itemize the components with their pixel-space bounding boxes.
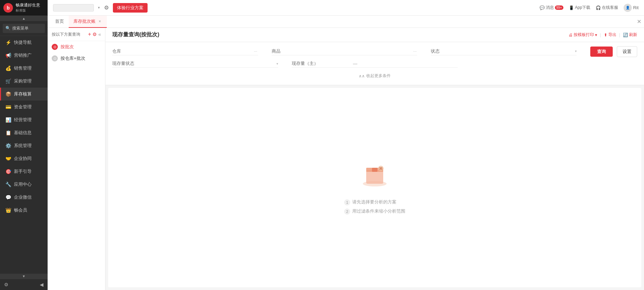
print-icon: 🖨: [569, 33, 573, 37]
online-service-btn[interactable]: 🎧 在线客服: [596, 5, 618, 11]
search-icon: 🔍: [5, 26, 11, 31]
close-tab-right-btn[interactable]: ✕: [637, 18, 641, 25]
collapse-filter-btn[interactable]: ∧∧ 收起更多条件: [112, 71, 637, 81]
marketing-icon: 📢: [5, 53, 11, 58]
tab-home-label: 首页: [55, 18, 64, 24]
stock-qty-to-input[interactable]: [362, 61, 389, 66]
sidebar-header: b 畅康通好生意 标准版: [0, 0, 48, 16]
sidebar-item-label: 应用中心: [14, 181, 32, 187]
sidebar-item-marketing[interactable]: 📢 营销推广: [0, 49, 48, 62]
page-title: 现存量查询(按批次): [112, 31, 159, 38]
left-panel-title: 按以下方案查询: [52, 32, 80, 37]
user-area[interactable]: 👤 Rit: [624, 4, 639, 12]
sidebar-item-label: 企业协同: [14, 156, 32, 162]
stock-qty-filter: 现存量（主） —: [292, 60, 458, 68]
scroll-down-btn[interactable]: ▼: [0, 274, 48, 279]
sidebar-item-enterprise[interactable]: 🤝 企业协同: [0, 152, 48, 165]
stock-qty-from-input[interactable]: [321, 61, 348, 66]
wechat-icon: 💬: [5, 195, 11, 200]
sidebar-item-wechat[interactable]: 💬 企业微信: [0, 191, 48, 204]
phone-icon: 📱: [569, 5, 574, 10]
empty-illustration: [358, 158, 392, 192]
left-panel-collapse-btn[interactable]: «: [98, 31, 101, 37]
scheme-item-label: 按仓库+批次: [61, 55, 85, 61]
print-btn[interactable]: 🖨 按模板打印 ▾: [569, 32, 597, 38]
scheme-list: ⊙ 按批次 ⊙ 按仓库+批次: [48, 41, 105, 290]
sidebar-item-purchase[interactable]: 🛒 采购管理: [0, 75, 48, 88]
left-panel-btns: + ⚙ «: [88, 31, 101, 37]
action-separator-2: |: [619, 32, 620, 37]
sidebar-item-label: 经营管理: [14, 117, 32, 123]
empty-tip-2: 2 用过滤条件来缩小分析范围: [344, 208, 405, 215]
sidebar-item-label: 新手引导: [14, 168, 32, 175]
messages-btn[interactable]: 💬 消息 99+: [540, 5, 563, 11]
stock-status-input[interactable]: [137, 61, 274, 66]
stock-status-filter: 现存量状态 ▾: [112, 60, 278, 68]
product-more-btn[interactable]: ···: [412, 49, 417, 54]
sidebar-item-basics[interactable]: 📋 基础信息: [0, 126, 48, 139]
scheme-icon-inactive: ⊙: [52, 55, 58, 61]
search-menu-btn[interactable]: 🔍 搜索菜单: [3, 24, 45, 33]
page-header-actions: 🖨 按模板打印 ▾ | ⬆ 导出 | 🔄 刷新: [569, 32, 637, 38]
warehouse-input[interactable]: [125, 49, 251, 54]
tip-number-1: 1: [344, 199, 350, 205]
app-download-btn[interactable]: 📱 App下载: [569, 5, 590, 11]
app-version: 标准版: [16, 8, 40, 13]
empty-tip-1: 1 请先选择要分析的方案: [344, 199, 405, 205]
user-name: Rit: [633, 5, 639, 10]
newbie-icon: 🎯: [5, 169, 11, 174]
topbar-right: 💬 消息 99+ 📱 App下载 🎧 在线客服 👤 Rit: [540, 4, 639, 12]
export-icon: ⬆: [604, 33, 607, 37]
sidebar-item-label: 快捷导航: [14, 39, 32, 46]
status-dropdown-arrow[interactable]: ▾: [575, 49, 577, 53]
export-btn[interactable]: ⬆ 导出: [604, 32, 616, 38]
sidebar-item-quick-nav[interactable]: ⚡ 快捷导航: [0, 36, 48, 49]
stock-qty-dash: —: [351, 61, 359, 66]
tab-close-btn[interactable]: ×: [98, 19, 102, 24]
warehouse-more-btn[interactable]: ···: [253, 49, 258, 54]
member-icon: 👑: [5, 207, 11, 213]
filter-row-1: 仓库 ··· 商品 ··· 状态 ▾: [112, 46, 637, 57]
tip-text-1: 请先选择要分析的方案: [352, 199, 396, 205]
sidebar-item-inventory[interactable]: 📦 库存核算: [0, 88, 48, 101]
scheme-item-by-batch[interactable]: ⊙ 按批次: [48, 41, 105, 53]
experience-btn[interactable]: 体验行业方案: [113, 3, 148, 13]
product-input[interactable]: [285, 49, 410, 54]
sidebar-item-finance[interactable]: 💳 资金管理: [0, 101, 48, 113]
breadcrumb-input[interactable]: [53, 4, 94, 12]
left-panel-header: 按以下方案查询 + ⚙ «: [48, 28, 105, 41]
right-area: 现存量查询(按批次) 🖨 按模板打印 ▾ | ⬆ 导出 | 🔄: [105, 28, 644, 290]
sidebar-item-system[interactable]: ⚙️ 系统管理: [0, 139, 48, 152]
query-btn[interactable]: 查询: [590, 47, 613, 57]
main-area: ▾ ⚙ 体验行业方案 💬 消息 99+ 📱 App下载 🎧 在线客服 👤 Rit: [48, 0, 644, 290]
sidebar-item-sales[interactable]: 💰 销售管理: [0, 62, 48, 75]
tab-home[interactable]: 首页: [50, 16, 69, 28]
sidebar-item-label: 畅会员: [14, 207, 27, 213]
sidebar-item-appstore[interactable]: 🔧 应用中心: [0, 178, 48, 191]
sidebar-item-label: 销售管理: [14, 65, 32, 71]
refresh-btn[interactable]: 🔄 刷新: [623, 32, 637, 38]
tab-inventory-batch[interactable]: 库存批次账 ×: [69, 16, 107, 28]
add-scheme-btn[interactable]: +: [88, 31, 91, 37]
settings-icon-btn[interactable]: ⚙: [104, 4, 109, 11]
sidebar-item-operation[interactable]: 📊 经营管理: [0, 113, 48, 126]
status-input[interactable]: [444, 49, 572, 54]
svg-rect-3: [372, 168, 377, 172]
sidebar-item-newbie[interactable]: 🎯 新手引导: [0, 165, 48, 178]
left-panel: 按以下方案查询 + ⚙ « ⊙ 按批次 ⊙ 按仓库+批次: [48, 28, 105, 290]
empty-state: 1 请先选择要分析的方案 2 用过滤条件来缩小分析范围: [108, 88, 641, 287]
scroll-up-btn[interactable]: ▲: [0, 16, 48, 21]
sidebar-collapse-btn[interactable]: ◀: [40, 282, 44, 287]
sidebar-item-label: 营销推广: [14, 52, 32, 58]
messages-badge: 99+: [555, 5, 563, 10]
filter-settings-btn[interactable]: 设置: [617, 46, 637, 57]
topbar: ▾ ⚙ 体验行业方案 💬 消息 99+ 📱 App下载 🎧 在线客服 👤 Rit: [48, 0, 644, 16]
sidebar-item-label: 基础信息: [14, 130, 32, 136]
app-logo: b: [3, 3, 13, 13]
product-filter: 商品 ···: [272, 48, 418, 55]
sidebar-item-label: 资金管理: [14, 104, 32, 110]
scheme-settings-btn[interactable]: ⚙: [92, 31, 97, 37]
sidebar-item-member[interactable]: 👑 畅会员: [0, 204, 48, 217]
scheme-item-by-warehouse-batch[interactable]: ⊙ 按仓库+批次: [48, 53, 105, 64]
sidebar-settings-btn[interactable]: ⚙: [4, 282, 9, 287]
